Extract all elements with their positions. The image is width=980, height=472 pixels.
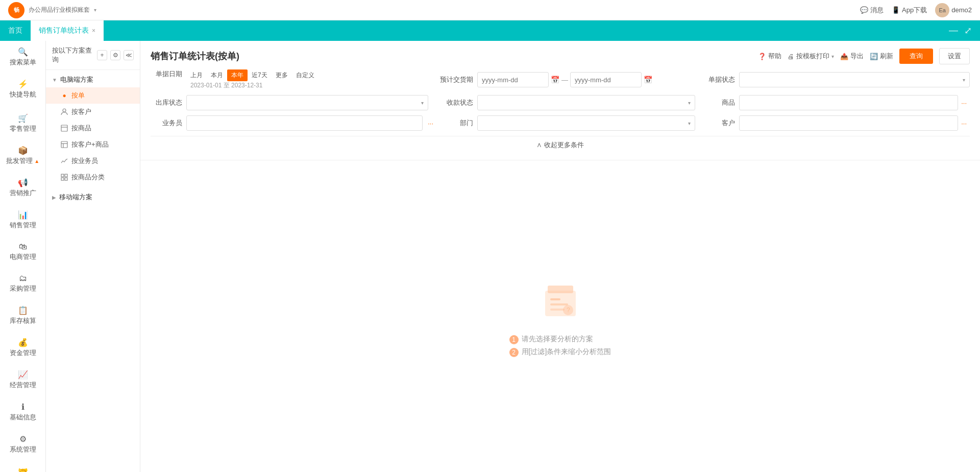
empty-tip-2: 2 用[过滤]条件来缩小分析范围	[509, 347, 611, 357]
tab-sales-order-stats[interactable]: 销售订单统计表 ×	[31, 20, 104, 41]
marketing-icon: 📢	[0, 178, 45, 187]
add-scheme-button[interactable]: +	[97, 50, 107, 60]
app-title: 办公用品行业模拟账套	[29, 6, 90, 14]
dept-label: 部门	[436, 119, 477, 128]
print-dropdown-icon: ▾	[831, 54, 834, 59]
salesperson-input[interactable]	[186, 115, 423, 131]
goods-label: 商品	[703, 98, 739, 107]
scheme-group-arrow-icon: ▼	[52, 77, 57, 83]
scheme-item-by-cust-goods[interactable]: 按客户+商品	[46, 136, 140, 153]
refresh-button[interactable]: 🔄 刷新	[870, 52, 893, 61]
filter-row-3: 业务员 ··· 部门 ▾ 客户	[151, 115, 970, 131]
help-icon: ❓	[758, 53, 766, 60]
maximize-icon[interactable]: ⤢	[964, 25, 972, 36]
scheme-item-by-order[interactable]: ● 按单	[46, 87, 140, 104]
scheme-item-by-category[interactable]: 按商品分类	[46, 169, 140, 185]
filter-ship-status-cell: 出库状态 ▾	[151, 95, 436, 110]
calendar-start-icon[interactable]: 📅	[551, 76, 559, 84]
date-last-month-btn[interactable]: 上月	[186, 69, 207, 81]
minimize-icon[interactable]: —	[949, 25, 958, 36]
sidebar-item-quick-nav[interactable]: ⚡ 快捷导航	[0, 73, 45, 105]
sidebar-item-wholesale-mgmt[interactable]: 📦 批发管理 ▲	[0, 139, 45, 172]
goods-more-button[interactable]: ···	[958, 99, 970, 107]
expected-date-end-input[interactable]	[570, 72, 642, 87]
customer-input[interactable]	[739, 115, 959, 131]
user-profile[interactable]: Ea demo2	[935, 3, 972, 17]
collapse-scheme-button[interactable]: ≪	[124, 50, 134, 60]
sidebar-item-ecom-mgmt[interactable]: 🛍 电商管理	[0, 236, 45, 268]
date-this-year-btn[interactable]: 本年	[227, 69, 248, 81]
salesperson-more-button[interactable]: ···	[425, 120, 436, 127]
inventory-icon: 📋	[0, 305, 45, 315]
purchase-mgmt-icon: 🗂	[0, 274, 45, 283]
tip-1-text: 请先选择要分析的方案	[522, 335, 593, 344]
sidebar-item-finance-mgmt[interactable]: 💰 资金管理	[0, 332, 45, 364]
collapse-button[interactable]: ∧ 收起更多条件	[151, 136, 970, 154]
svg-rect-13	[550, 303, 568, 305]
filter-customer-cell: 客户 ···	[703, 115, 970, 131]
sidebar-item-operation-mgmt[interactable]: 📈 经营管理	[0, 364, 45, 396]
search-menu-icon: 🔍	[0, 47, 45, 57]
settings-button[interactable]: 设置	[939, 48, 970, 64]
app-dropdown-arrow[interactable]: ▾	[94, 7, 96, 13]
settings-scheme-button[interactable]: ⚙	[110, 50, 120, 60]
export-button[interactable]: 📤 导出	[840, 52, 864, 61]
avatar: Ea	[935, 3, 949, 17]
date-quick-buttons: 上月 本月 本年 近7天 更多 自定义	[186, 69, 318, 81]
ship-status-select[interactable]	[187, 96, 248, 110]
scheme-group-pc-header[interactable]: ▼ 电脑端方案	[46, 72, 140, 87]
query-button[interactable]: 查询	[899, 49, 933, 64]
main-layout: 🔍 搜索菜单 ⚡ 快捷导航 🛒 零售管理 📦 批发管理 ▲ 📢 营销推广 📊 销…	[0, 41, 980, 472]
sidebar-item-retail-mgmt[interactable]: 🛒 零售管理	[0, 107, 45, 139]
tab-home[interactable]: 首页	[0, 20, 31, 41]
message-icon: 💬	[860, 6, 868, 14]
sidebar-item-purchase-mgmt[interactable]: 🗂 采购管理	[0, 268, 45, 299]
calendar-end-icon[interactable]: 📅	[644, 76, 652, 84]
sidebar-item-enterprise[interactable]: 🤝 企业协同	[0, 460, 45, 472]
print-icon: 🖨	[788, 53, 794, 60]
empty-illustration: ?	[535, 275, 586, 326]
collapse-arrow-icon: ∧	[536, 141, 542, 149]
enterprise-icon: 🤝	[0, 466, 45, 472]
app-logo: 畅	[8, 2, 24, 18]
goods-input[interactable]	[739, 95, 959, 110]
app-download-button[interactable]: 📱 App下载	[892, 6, 927, 15]
customer-more-button[interactable]: ···	[958, 120, 970, 127]
date-this-month-btn[interactable]: 本月	[207, 69, 227, 81]
sidebar-item-marketing[interactable]: 📢 营销推广	[0, 172, 45, 204]
receipt-status-select[interactable]	[478, 96, 539, 110]
help-button[interactable]: ❓ 帮助	[758, 52, 781, 61]
order-status-select[interactable]	[740, 73, 801, 87]
empty-state: ? 1 请先选择要分析的方案 2 用[过滤]条件来缩小分析范围	[140, 160, 980, 472]
sidebar-item-inventory[interactable]: 📋 库存核算	[0, 299, 45, 332]
scheme-group-mobile-header[interactable]: ▶ 移动端方案	[46, 190, 140, 205]
scheme-group-mobile: ▶ 移动端方案	[46, 187, 140, 207]
empty-tips: 1 请先选择要分析的方案 2 用[过滤]条件来缩小分析范围	[509, 335, 611, 357]
scheme-item-by-goods[interactable]: 按商品	[46, 120, 140, 136]
dept-arrow-icon: ▾	[688, 121, 691, 126]
tip-1-num: 1	[509, 335, 519, 344]
sidebar-item-sales-mgmt[interactable]: 📊 销售管理	[0, 204, 45, 236]
date-more-btn[interactable]: 更多	[272, 69, 292, 81]
print-button[interactable]: 🖨 按模板打印 ▾	[788, 52, 834, 61]
svg-rect-8	[61, 178, 64, 180]
svg-rect-14	[550, 309, 565, 311]
scheme-item-by-salesperson[interactable]: 按业务员	[46, 153, 140, 169]
tab-actions: — ⤢	[949, 25, 980, 36]
dept-select-wrap: ▾	[477, 115, 695, 131]
date-7days-btn[interactable]: 近7天	[248, 69, 272, 81]
ship-status-arrow-icon: ▾	[421, 100, 424, 106]
expected-date-input-wrap: 📅 — 📅	[477, 72, 652, 87]
order-status-arrow-icon: ▾	[963, 77, 965, 83]
sidebar-item-system-mgmt[interactable]: ⚙ 系统管理	[0, 428, 45, 460]
by-customer-icon	[60, 108, 68, 116]
date-custom-btn[interactable]: 自定义	[292, 69, 318, 81]
expected-date-start-input[interactable]	[477, 72, 549, 87]
scheme-item-by-customer[interactable]: 按客户	[46, 104, 140, 120]
tab-close-icon[interactable]: ×	[92, 27, 95, 34]
expected-date-label: 预计交货期	[436, 75, 477, 84]
sidebar-item-basic-info[interactable]: ℹ 基础信息	[0, 396, 45, 428]
dept-select[interactable]	[478, 116, 539, 130]
message-button[interactable]: 💬 消息	[860, 6, 884, 15]
sidebar-item-search-menu[interactable]: 🔍 搜索菜单	[0, 41, 45, 73]
